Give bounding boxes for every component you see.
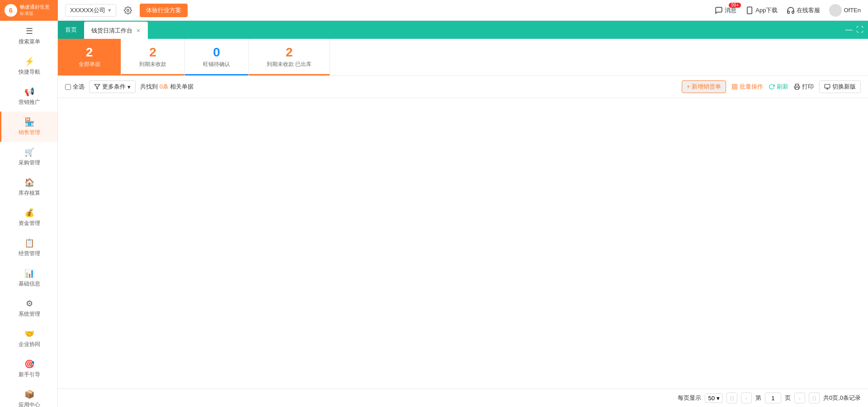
sidebar-item-label: 销售管理 — [19, 129, 40, 136]
stat-num-pending: 0 — [213, 46, 220, 59]
logo-subtitle: 标准版 — [20, 10, 50, 17]
result-suffix: 相关单据 — [170, 83, 193, 90]
stat-underline-overdue-shipped — [249, 74, 330, 75]
sidebar-item-guide[interactable]: 🎯 新手引导 — [0, 354, 57, 384]
stat-num-all: 2 — [86, 46, 93, 59]
settings-button[interactable] — [121, 3, 135, 18]
stat-label-overdue: 到期未收款 — [139, 61, 166, 68]
tab-workbench[interactable]: 钱货日清工作台 ✕ — [84, 22, 148, 40]
empty-placeholder — [58, 98, 868, 388]
page-size-label: 每页显示 — [678, 394, 701, 402]
sidebar-item-operation[interactable]: 📋 经营管理 — [0, 233, 57, 263]
page-number-input[interactable] — [765, 393, 781, 403]
tab-workbench-label: 钱货日清工作台 — [91, 27, 132, 35]
operation-icon: 📋 — [24, 238, 34, 248]
svg-marker-3 — [94, 84, 100, 89]
first-page-button[interactable]: ⟨⟨ — [726, 393, 737, 403]
add-order-button[interactable]: + 新增销货单 — [682, 80, 726, 93]
logo-text-block: 畅捷通好生意 标准版 — [20, 4, 50, 16]
page-size-arrow-icon: ▾ — [717, 395, 720, 402]
finance-icon: 💰 — [24, 208, 34, 218]
svg-rect-7 — [732, 87, 734, 89]
sidebar-item-label: 系统管理 — [19, 310, 40, 318]
toolbar-right: + 新增销货单 批量操作 刷新 — [682, 80, 861, 93]
switch-version-label: 切换新版 — [832, 83, 856, 91]
logo-icon-text: 6 — [9, 7, 13, 14]
sidebar-item-inventory[interactable]: 🏠 库存核算 — [0, 172, 57, 202]
page-label: 第 — [755, 394, 761, 402]
main-area: 首页 钱货日清工作台 ✕ — ⛶ 2 全部单据 2 — [58, 21, 868, 407]
sidebar-item-label: 基础信息 — [19, 280, 40, 288]
online-service-button[interactable]: 在线客服 — [787, 6, 820, 14]
tab-home[interactable]: 首页 — [58, 21, 84, 39]
stat-card-pending[interactable]: 0 旺铺待确认 — [185, 39, 249, 75]
app-body: ☰ 搜索菜单 ⚡ 快捷导航 📢 营销推广 🏪 销售管理 🛒 采购管理 🏠 库存核… — [0, 21, 868, 407]
batch-operation-button[interactable]: 批量操作 — [731, 83, 763, 91]
sidebar-item-marketing[interactable]: 📢 营销推广 — [0, 81, 57, 112]
user-area[interactable]: OfTEn — [829, 4, 861, 17]
stat-card-all[interactable]: 2 全部单据 — [58, 39, 121, 75]
stat-underline-overdue — [121, 74, 184, 75]
app-center-icon: 📦 — [24, 389, 34, 399]
last-page-button[interactable]: ⟩⟩ — [809, 393, 820, 403]
sidebar-item-label: 新手引导 — [19, 371, 40, 379]
select-all-input[interactable] — [65, 84, 71, 90]
svg-rect-5 — [735, 84, 737, 86]
result-count: 0条 — [160, 83, 169, 90]
filter-arrow-icon: ▾ — [127, 84, 131, 90]
nav-minimize-button[interactable]: — — [845, 26, 853, 34]
stat-label-overdue-shipped: 到期未收款 已出库 — [267, 61, 311, 68]
nav-maximize-button[interactable]: ⛶ — [856, 26, 863, 34]
sidebar-item-enterprise[interactable]: 🤝 企业协同 — [0, 323, 57, 354]
sales-icon: 🏪 — [24, 117, 34, 127]
stat-card-overdue-shipped[interactable]: 2 到期未收款 已出库 — [249, 39, 330, 75]
filter-label: 更多条件 — [102, 83, 126, 91]
company-arrow-icon: ▾ — [108, 7, 111, 14]
print-button[interactable]: 打印 — [794, 83, 814, 91]
tab-close-icon[interactable]: ✕ — [136, 28, 141, 34]
sidebar-item-finance[interactable]: 💰 资金管理 — [0, 202, 57, 233]
sidebar-item-sales[interactable]: 🏪 销售管理 — [0, 112, 57, 142]
enterprise-icon: 🤝 — [24, 329, 34, 339]
page-size-value: 50 — [708, 395, 714, 402]
sidebar-item-label: 搜索菜单 — [19, 38, 40, 46]
stat-card-overdue[interactable]: 2 到期未收款 — [121, 39, 185, 75]
switch-version-button[interactable]: 切换新版 — [819, 80, 861, 93]
print-label: 打印 — [802, 83, 814, 91]
page-size-select[interactable]: 50 ▾ — [705, 393, 722, 403]
sidebar-item-label: 库存核算 — [19, 189, 40, 197]
prev-page-button[interactable]: ‹ — [741, 393, 752, 403]
user-avatar — [829, 4, 842, 17]
sidebar-item-search-menu[interactable]: ☰ 搜索菜单 — [0, 21, 57, 51]
sidebar: ☰ 搜索菜单 ⚡ 快捷导航 📢 营销推广 🏪 销售管理 🛒 采购管理 🏠 库存核… — [0, 21, 58, 407]
sidebar-item-label: 经营管理 — [19, 250, 40, 257]
company-name: XXXXXX公司 — [70, 6, 105, 14]
toolbar: 全选 更多条件 ▾ 共找到 0条 相关单据 — [58, 76, 868, 98]
refresh-label: 刷新 — [777, 83, 788, 91]
refresh-button[interactable]: 刷新 — [769, 83, 788, 91]
trial-button[interactable]: 体验行业方案 — [140, 4, 188, 17]
stat-label-pending: 旺铺待确认 — [203, 61, 230, 68]
sidebar-item-purchase[interactable]: 🛒 采购管理 — [0, 142, 57, 172]
stats-bar: 2 全部单据 2 到期未收款 0 旺铺待确认 2 到期未收款 已出库 — [58, 39, 868, 76]
sidebar-item-label: 企业协同 — [19, 341, 40, 348]
next-page-button[interactable]: › — [794, 393, 805, 403]
table-area — [58, 98, 868, 388]
sidebar-item-system[interactable]: ⚙ 系统管理 — [0, 293, 57, 323]
pagination-bar: 每页显示 50 ▾ ⟨⟨ ‹ 第 页 › ⟩⟩ 共0页,0条记录 — [58, 388, 868, 407]
sidebar-item-basic-info[interactable]: 📊 基础信息 — [0, 263, 57, 293]
svg-point-0 — [127, 9, 129, 11]
guide-icon: 🎯 — [24, 359, 34, 369]
select-all-checkbox[interactable]: 全选 — [65, 83, 85, 91]
nav-tabs: 首页 钱货日清工作台 ✕ — ⛶ — [58, 21, 868, 39]
app-download-button[interactable]: App下载 — [745, 6, 778, 14]
total-info: 共0页,0条记录 — [823, 394, 861, 402]
company-selector[interactable]: XXXXXX公司 ▾ — [65, 4, 116, 17]
filter-button[interactable]: 更多条件 ▾ — [89, 80, 136, 93]
sidebar-item-app-center[interactable]: 📦 应用中心 — [0, 384, 57, 407]
sidebar-item-quick-nav[interactable]: ⚡ 快捷导航 — [0, 51, 57, 81]
app-download-label: App下载 — [755, 6, 778, 14]
message-badge: 99+ — [729, 3, 741, 8]
logo-title: 畅捷通好生意 — [20, 4, 50, 10]
message-button[interactable]: 消息 99+ — [715, 6, 736, 14]
